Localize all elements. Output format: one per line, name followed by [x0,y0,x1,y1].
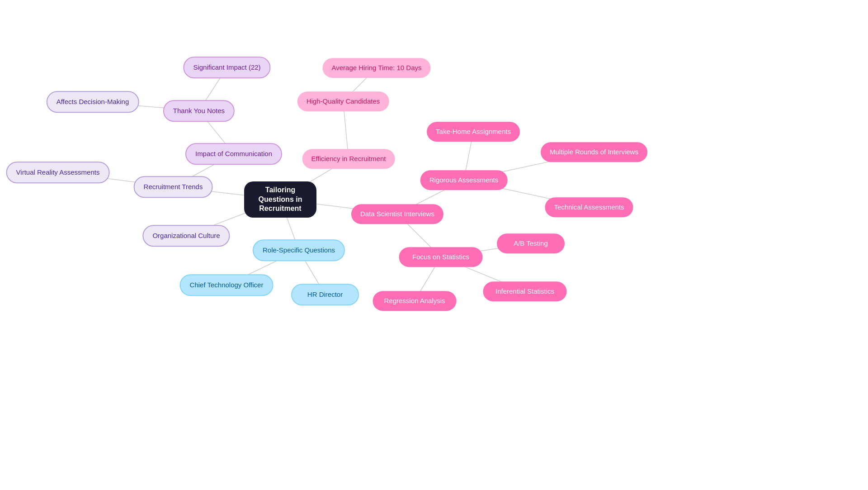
node-label-multipleRoundsOfInterviews: Multiple Rounds of Interviews [550,147,638,157]
node-label-regressionAnalysis: Regression Analysis [384,296,445,305]
node-abTesting[interactable]: A/B Testing [497,233,565,253]
connections-svg [0,0,868,490]
node-inferentialStatistics[interactable]: Inferential Statistics [483,281,567,301]
node-chiefTechnologyOfficer[interactable]: Chief Technology Officer [180,274,274,296]
node-label-hrDirector: HR Director [307,290,343,299]
node-label-virtualRealityAssessments: Virtual Reality Assessments [16,168,100,177]
node-roleSpecificQuestions[interactable]: Role-Specific Questions [253,239,345,261]
node-label-center: Tailoring Questions in Recruitment [253,186,307,214]
node-label-organizationalCulture: Organizational Culture [152,231,220,240]
node-significantImpact[interactable]: Significant Impact (22) [183,57,270,78]
node-label-efficiencyInRecruitment: Efficiency in Recruitment [311,154,386,163]
node-thankYouNotes[interactable]: Thank You Notes [163,100,235,122]
node-label-affectsDecisionMaking: Affects Decision-Making [57,97,129,106]
node-center[interactable]: Tailoring Questions in Recruitment [244,181,316,218]
node-dataScientistInterviews[interactable]: Data Scientist Interviews [351,204,443,224]
node-label-focusOnStatistics: Focus on Statistics [412,252,469,262]
node-label-averageHiringTime: Average Hiring Time: 10 Days [332,63,422,72]
node-label-abTesting: A/B Testing [514,239,548,248]
node-organizationalCulture[interactable]: Organizational Culture [142,225,230,247]
node-takeHomeAssignments[interactable]: Take-Home Assignments [427,122,520,142]
node-technicalAssessments[interactable]: Technical Assessments [545,197,633,217]
node-label-significantImpact: Significant Impact (22) [193,63,260,72]
node-highQualityCandidates[interactable]: High-Quality Candidates [297,91,389,111]
node-efficiencyInRecruitment[interactable]: Efficiency in Recruitment [302,149,395,169]
node-label-thankYouNotes: Thank You Notes [173,106,225,115]
node-label-technicalAssessments: Technical Assessments [554,203,624,212]
node-label-takeHomeAssignments: Take-Home Assignments [436,127,511,136]
node-label-dataScientistInterviews: Data Scientist Interviews [360,209,434,219]
node-label-highQualityCandidates: High-Quality Candidates [307,97,380,106]
node-label-roleSpecificQuestions: Role-Specific Questions [263,246,335,255]
node-focusOnStatistics[interactable]: Focus on Statistics [399,247,483,267]
node-label-rigorousAssessments: Rigorous Assessments [429,176,499,185]
node-label-inferentialStatistics: Inferential Statistics [495,287,554,296]
node-label-impactOfCommunication: Impact of Communication [195,149,272,158]
node-impactOfCommunication[interactable]: Impact of Communication [185,143,282,165]
node-hrDirector[interactable]: HR Director [291,284,359,305]
node-label-chiefTechnologyOfficer: Chief Technology Officer [190,281,264,290]
node-regressionAnalysis[interactable]: Regression Analysis [373,291,457,311]
node-rigorousAssessments[interactable]: Rigorous Assessments [420,170,508,190]
mind-map-container: Tailoring Questions in RecruitmentRecrui… [0,0,868,490]
node-virtualRealityAssessments[interactable]: Virtual Reality Assessments [6,162,110,183]
node-recruitmentTrends[interactable]: Recruitment Trends [134,176,213,198]
node-multipleRoundsOfInterviews[interactable]: Multiple Rounds of Interviews [541,142,647,162]
node-label-recruitmentTrends: Recruitment Trends [144,182,203,191]
node-averageHiringTime[interactable]: Average Hiring Time: 10 Days [323,58,431,78]
node-affectsDecisionMaking[interactable]: Affects Decision-Making [47,91,139,113]
